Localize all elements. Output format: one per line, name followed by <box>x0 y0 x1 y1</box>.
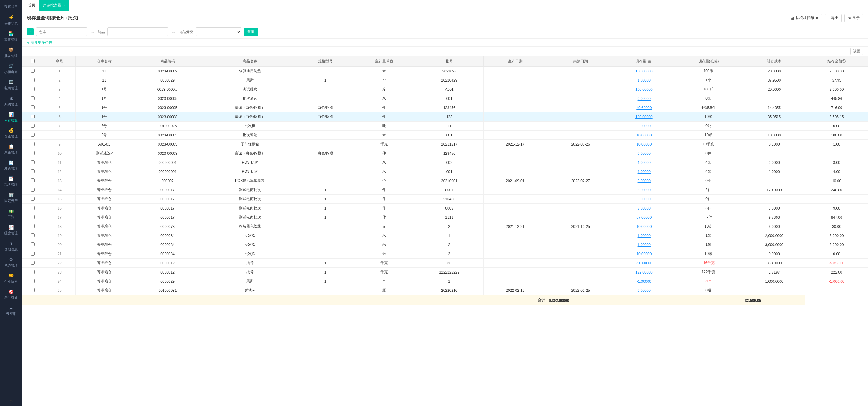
row-checkbox[interactable] <box>22 195 43 204</box>
row-qty-main[interactable]: 100.00000 <box>614 67 674 76</box>
row-qty-main[interactable]: 0.00000 <box>614 149 674 158</box>
row-checkbox[interactable] <box>22 176 43 185</box>
qty-link[interactable]: 10.00000 <box>636 133 652 137</box>
row-qty-main[interactable]: 100.00000 <box>614 85 674 94</box>
row-qty-main[interactable]: 2.00000 <box>614 185 674 195</box>
row-checkbox[interactable] <box>22 94 43 103</box>
tab-home[interactable]: 首页 <box>24 0 39 11</box>
row-qty-main[interactable]: 3.00000 <box>614 204 674 213</box>
qty-link[interactable]: 100.00000 <box>636 115 653 119</box>
row-checkbox[interactable] <box>22 131 43 140</box>
tab-close-icon[interactable]: × <box>63 4 65 7</box>
search-button[interactable]: 查询 <box>244 28 258 36</box>
row-checkbox[interactable] <box>22 231 43 240</box>
sidebar-item-sys[interactable]: ⚙系统管理 <box>0 254 22 270</box>
qty-link[interactable]: 4.00000 <box>638 161 651 165</box>
qty-link[interactable]: 87.00000 <box>636 215 652 219</box>
row-qty-main[interactable]: -16.00000 <box>614 259 674 268</box>
row-qty-main[interactable]: 87.00000 <box>614 213 674 222</box>
tab-inventory-batch[interactable]: 库存批次量 × <box>39 0 69 11</box>
row-checkbox[interactable] <box>22 185 43 195</box>
row-checkbox[interactable] <box>22 277 43 286</box>
row-checkbox[interactable] <box>22 122 43 131</box>
row-qty-main[interactable]: 100.00000 <box>614 112 674 122</box>
select-all-checkbox[interactable] <box>31 59 35 63</box>
qty-link[interactable]: 0.00000 <box>638 197 651 201</box>
sidebar-item-finance[interactable]: 💰资金管理 <box>0 125 22 141</box>
category-filter[interactable] <box>196 27 242 36</box>
sidebar-item-retail[interactable]: 🏪零售管理 <box>0 28 22 44</box>
row-qty-main[interactable]: 1.00000 <box>614 76 674 85</box>
qty-link[interactable]: 0.00000 <box>638 289 651 293</box>
row-qty-main[interactable]: 10.00000 <box>614 131 674 140</box>
row-qty-main[interactable]: 0.00000 <box>614 122 674 131</box>
sidebar-item-newbie[interactable]: 🎯新手引导 <box>0 286 22 303</box>
qty-link[interactable]: 100.00000 <box>636 69 653 73</box>
row-qty-main[interactable]: 4.00000 <box>614 167 674 176</box>
row-qty-main[interactable]: 0.00000 <box>614 94 674 103</box>
sidebar-item-basic-info[interactable]: ℹ基础信息 <box>0 238 22 254</box>
qty-link[interactable]: 122.00000 <box>636 270 653 274</box>
qty-link[interactable]: 10.00000 <box>636 252 652 256</box>
settings-icon[interactable]: ⚙ <box>9 399 13 404</box>
row-checkbox[interactable] <box>22 259 43 268</box>
sidebar-item-cloud[interactable]: ☁云应用 <box>0 303 22 319</box>
col-checkbox[interactable] <box>22 56 43 67</box>
row-qty-main[interactable]: -1.00000 <box>614 277 674 286</box>
sidebar-search-label[interactable]: 搜索菜单 <box>0 2 22 11</box>
row-checkbox[interactable] <box>22 67 43 76</box>
row-qty-main[interactable]: 49.60000 <box>614 103 674 112</box>
qty-link[interactable]: 1.00000 <box>638 243 651 247</box>
row-checkbox[interactable] <box>22 103 43 112</box>
qty-link[interactable]: 1.00000 <box>638 78 651 82</box>
row-checkbox[interactable] <box>22 149 43 158</box>
sidebar-item-invoice[interactable]: 🧾发票管理 <box>0 158 22 174</box>
expand-button[interactable]: › <box>27 28 34 35</box>
qty-link[interactable]: 10.00000 <box>636 142 652 146</box>
sidebar-item-quick-nav[interactable]: ⚡快捷导航 <box>0 12 22 28</box>
sidebar-item-mini-ecom[interactable]: 🛒小额电商 <box>0 61 22 77</box>
sidebar-item-inventory[interactable]: 📊库存核算 <box>0 109 22 125</box>
sidebar-item-wholesale[interactable]: 📦批发管理 <box>0 44 22 61</box>
export-button[interactable]: ↑ 导出 <box>825 14 842 22</box>
qty-link[interactable]: -16.00000 <box>636 261 652 265</box>
qty-link[interactable]: 3.00000 <box>638 206 651 210</box>
row-checkbox[interactable] <box>22 286 43 296</box>
row-checkbox[interactable] <box>22 85 43 94</box>
qty-link[interactable]: 0.00000 <box>638 97 651 101</box>
row-checkbox[interactable] <box>22 222 43 231</box>
row-checkbox[interactable] <box>22 240 43 249</box>
row-checkbox[interactable] <box>22 213 43 222</box>
row-checkbox[interactable] <box>22 167 43 176</box>
settings-button[interactable]: 设置 <box>850 48 863 55</box>
row-checkbox[interactable] <box>22 158 43 167</box>
row-checkbox[interactable] <box>22 76 43 85</box>
sidebar-item-ecom[interactable]: 💻电商管理 <box>0 77 22 93</box>
sidebar-item-purchase[interactable]: 🛍采购管理 <box>0 93 22 109</box>
row-checkbox[interactable] <box>22 112 43 122</box>
qty-link[interactable]: 10.00000 <box>636 225 652 229</box>
print-button[interactable]: 🖨 按模板打印 ▼ <box>787 14 822 22</box>
row-qty-main[interactable]: 10.00000 <box>614 140 674 149</box>
qty-link[interactable]: 100.00000 <box>636 88 653 92</box>
row-checkbox[interactable] <box>22 268 43 277</box>
display-button[interactable]: 👁 显示 <box>844 14 863 22</box>
sidebar-item-tax[interactable]: 📑税务管理 <box>0 174 22 190</box>
qty-link[interactable]: -1.00000 <box>637 279 651 283</box>
row-checkbox[interactable] <box>22 140 43 149</box>
row-qty-main[interactable]: 10.00000 <box>614 249 674 259</box>
row-qty-main[interactable]: 1.00000 <box>614 240 674 249</box>
row-qty-main[interactable]: 0.00000 <box>614 286 674 296</box>
qty-link[interactable]: 4.00000 <box>638 170 651 174</box>
row-qty-main[interactable]: 0.00000 <box>614 176 674 185</box>
row-checkbox[interactable] <box>22 204 43 213</box>
sidebar-item-hr[interactable]: 💵工资 <box>0 206 22 222</box>
row-qty-main[interactable]: 0.00000 <box>614 195 674 204</box>
qty-link[interactable]: 2.00000 <box>638 188 651 192</box>
row-qty-main[interactable]: 122.00000 <box>614 268 674 277</box>
sidebar-item-coop[interactable]: 🤝企业协同 <box>0 270 22 286</box>
sidebar-bottom[interactable]: ⚙ <box>7 397 15 406</box>
qty-link[interactable]: 0.00000 <box>638 179 651 183</box>
qty-link[interactable]: 49.60000 <box>636 106 652 110</box>
warehouse-filter[interactable] <box>36 27 87 36</box>
